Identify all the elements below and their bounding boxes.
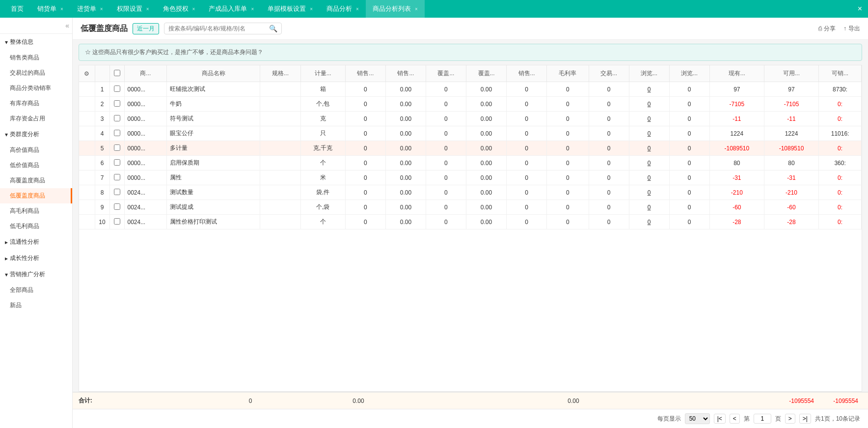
col-gross-margin[interactable]: 毛利率 [547,65,589,82]
row-select-checkbox[interactable] [114,189,120,195]
share-button[interactable]: ⎙ 分享 [818,25,836,33]
col-checkbox[interactable] [109,65,124,82]
col-name[interactable]: 商品名称 [167,65,260,82]
select-all-checkbox[interactable] [114,70,120,76]
row-browse1[interactable]: 0 [629,171,669,185]
nav-tab-sales[interactable]: 销货单 × [30,0,70,18]
sidebar-section-cluster[interactable]: ▾ 类群度分析 [0,126,72,143]
nav-tab-template-close[interactable]: × [310,6,313,12]
search-input[interactable] [168,25,267,32]
row-select-checkbox[interactable] [114,130,120,136]
page-input[interactable] [754,414,771,424]
col-transaction[interactable]: 交易... [589,65,629,82]
col-browse1[interactable]: 浏览... [629,65,669,82]
time-filter-button[interactable]: 近一月 [133,23,159,34]
nav-tab-purchase[interactable]: 进货单 × [70,0,110,18]
last-page-button[interactable]: >| [799,414,811,424]
row-checkbox[interactable] [109,185,124,200]
nav-tab-product-close[interactable]: × [251,6,254,12]
row-select-checkbox[interactable] [114,144,120,151]
row-code: 0000... [124,112,167,126]
row-select-checkbox[interactable] [114,115,120,121]
col-browse2[interactable]: 浏览... [669,65,709,82]
sidebar-section-growth[interactable]: ▸ 成长性分析 [0,250,72,266]
sidebar-item-low-value[interactable]: 低价值商品 [0,158,72,173]
nav-tab-analysis-close[interactable]: × [356,6,359,12]
sidebar-section-overall[interactable]: ▾ 整体信息 [0,34,72,50]
row-browse1[interactable]: 0 [629,141,669,156]
col-settings[interactable]: ⚙ [79,65,95,82]
sidebar-section-flow[interactable]: ▸ 流通性分析 [0,234,72,250]
col-current-stock[interactable]: 现有... [709,65,764,82]
per-page-select[interactable]: 50 20 100 [685,413,710,424]
nav-tab-role[interactable]: 角色授权 × [156,0,202,18]
row-select-checkbox[interactable] [114,100,120,107]
row-select-checkbox[interactable] [114,174,120,180]
sidebar-item-new-goods[interactable]: 新品 [0,298,72,313]
row-browse1[interactable]: 0 [629,112,669,126]
nav-tab-template[interactable]: 单据模板设置 × [261,0,320,18]
nav-tab-purchase-close[interactable]: × [100,6,103,12]
col-sales-qty[interactable]: 销售... [345,65,385,82]
row-select-checkbox[interactable] [114,159,120,166]
sidebar-item-category-rate[interactable]: 商品分类动销率 [0,81,72,96]
nav-tab-role-close[interactable]: × [192,6,195,12]
export-button[interactable]: ↑ 导出 [843,25,860,33]
row-checkbox[interactable] [109,112,124,126]
nav-tab-permission-close[interactable]: × [146,6,149,12]
nav-tab-permission[interactable]: 权限设置 × [110,0,156,18]
row-checkbox[interactable] [109,171,124,185]
col-sales3[interactable]: 销售... [507,65,547,82]
row-checkbox[interactable] [109,82,124,97]
col-available-stock[interactable]: 可用... [764,65,818,82]
row-select-checkbox[interactable] [114,218,120,225]
row-browse1[interactable]: 0 [629,97,669,112]
col-unit[interactable]: 计量... [300,65,345,82]
nav-tab-analysis-list-close[interactable]: × [415,6,418,12]
col-coverage1[interactable]: 覆盖... [426,65,466,82]
row-checkbox[interactable] [109,200,124,215]
col-code[interactable]: 商... [124,65,167,82]
nav-tab-analysis-list[interactable]: 商品分析列表 × [366,0,425,18]
row-browse1[interactable]: 0 [629,185,669,200]
nav-tab-sales-close[interactable]: × [60,6,63,12]
sidebar-item-low-coverage[interactable]: 低覆盖度商品 [0,188,72,203]
nav-tab-product[interactable]: 产成品入库单 × [202,0,261,18]
row-browse1[interactable]: 0 [629,156,669,171]
sidebar-item-sales-goods[interactable]: 销售类商品 [0,50,72,65]
row-checkbox[interactable] [109,141,124,156]
col-spec[interactable]: 规格... [260,65,300,82]
sidebar-item-high-coverage[interactable]: 高覆盖度商品 [0,173,72,188]
row-checkbox[interactable] [109,97,124,112]
row-browse1[interactable]: 0 [629,200,669,215]
row-checkbox[interactable] [109,126,124,141]
row-select-checkbox[interactable] [114,86,120,92]
close-all-tabs-button[interactable]: × [858,4,862,13]
nav-tab-home[interactable]: 首页 [4,0,30,18]
next-page-button[interactable]: > [785,414,795,424]
col-sales-amt[interactable]: 销售... [385,65,426,82]
row-browse1[interactable]: 0 [629,82,669,97]
row-transaction: 0 [589,185,629,200]
nav-tab-analysis[interactable]: 商品分析 × [320,0,366,18]
col-saleable[interactable]: 可销... [819,65,862,82]
sidebar-item-all-goods[interactable]: 全部商品 [0,283,72,298]
settings-icon[interactable]: ⚙ [84,70,89,77]
prev-page-button[interactable]: < [730,414,740,424]
sidebar-item-high-value[interactable]: 高价值商品 [0,143,72,158]
search-icon[interactable]: 🔍 [269,25,277,32]
sidebar-collapse-button[interactable]: « [0,18,72,34]
row-select-checkbox[interactable] [114,203,120,210]
sidebar-section-marketing[interactable]: ▾ 营销推广分析 [0,266,72,283]
row-checkbox[interactable] [109,156,124,171]
row-checkbox[interactable] [109,215,124,229]
sidebar-item-high-margin[interactable]: 高毛利商品 [0,203,72,219]
first-page-button[interactable]: |< [714,414,726,424]
sidebar-item-stock-fund[interactable]: 库存资金占用 [0,111,72,126]
sidebar-item-traded-goods[interactable]: 交易过的商品 [0,65,72,81]
row-browse1[interactable]: 0 [629,215,669,229]
sidebar-item-in-stock[interactable]: 有库存商品 [0,96,72,111]
sidebar-item-low-margin[interactable]: 低毛利商品 [0,219,72,234]
row-browse1[interactable]: 0 [629,126,669,141]
col-coverage2[interactable]: 覆盖... [466,65,506,82]
